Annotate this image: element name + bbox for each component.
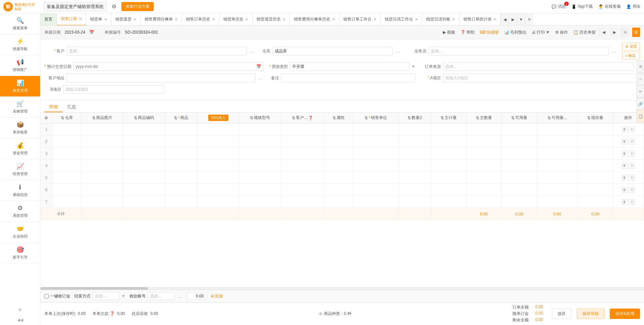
row-2-image[interactable] bbox=[81, 135, 123, 148]
form-next-btn[interactable]: ▶ bbox=[610, 28, 618, 37]
profit-preview-btn[interactable]: 📊 毛利预估 bbox=[503, 29, 528, 36]
salesperson-input[interactable]: 选择... bbox=[428, 47, 609, 55]
sidebar-item-quicknav[interactable]: ⚡ 快捷导航 bbox=[0, 34, 40, 55]
row-1-spec[interactable] bbox=[239, 123, 281, 135]
th-image[interactable]: ⇅商品图片 bbox=[81, 113, 123, 123]
shortcut-btn[interactable]: ⌨ 快捷键 bbox=[479, 29, 500, 36]
app-download-btn[interactable]: 📱 App下载 bbox=[571, 4, 593, 9]
save-new-btn[interactable]: 保存&新增 bbox=[610, 309, 640, 319]
form-grid-btn[interactable]: ≡ bbox=[621, 28, 629, 37]
row-1-code[interactable] bbox=[123, 123, 165, 135]
th-code[interactable]: ⇅商品编码 bbox=[123, 113, 165, 123]
sidebar-item-system[interactable]: ⚙ 系统管理 bbox=[0, 201, 40, 222]
row-2-scan[interactable] bbox=[197, 135, 239, 148]
th-product[interactable]: ⇅*商品 bbox=[165, 113, 197, 123]
online-support-btn[interactable]: 👨‍💼 在线客服 bbox=[598, 4, 621, 9]
th-stock[interactable]: ⇅现存量 bbox=[577, 113, 613, 123]
tab-more-btn[interactable]: ▼ bbox=[517, 13, 525, 26]
scrollbar-track[interactable] bbox=[40, 287, 644, 290]
tab-sales-expense[interactable]: 销售费用分摊单 ✕ bbox=[141, 13, 182, 26]
sidebar-item-finance[interactable]: 💰 资金管理 bbox=[0, 138, 40, 159]
tab-sales-invoice[interactable]: 销货单 ✕ bbox=[86, 13, 111, 26]
row-2-available2[interactable] bbox=[537, 135, 577, 148]
row-1-customer-code[interactable] bbox=[281, 123, 324, 135]
th-qty2[interactable]: ⇅数量2 bbox=[399, 113, 431, 123]
row-2-unit[interactable] bbox=[353, 135, 399, 148]
row-2-available[interactable] bbox=[501, 135, 537, 148]
row-2-warehouse[interactable] bbox=[52, 135, 81, 148]
one-click-checkbox[interactable] bbox=[44, 294, 49, 298]
notification-area[interactable]: 💬 消息 9 bbox=[552, 4, 566, 9]
tab-daily-reconcile[interactable]: 钱货日清对账 ✕ bbox=[422, 13, 459, 26]
row-1-available[interactable] bbox=[501, 123, 537, 135]
detail-tab-detail[interactable]: 明细 bbox=[44, 102, 63, 112]
row-1-image[interactable] bbox=[81, 123, 123, 135]
discard-btn[interactable]: 放弃 bbox=[552, 309, 571, 319]
row-2-main-qty[interactable] bbox=[466, 135, 501, 148]
notes-input[interactable] bbox=[281, 74, 415, 82]
th-customer-code[interactable]: ⇅客户...❓ bbox=[281, 113, 324, 123]
row-1-available2[interactable] bbox=[537, 123, 577, 135]
sidebar-item-sales[interactable]: 📊 销售管理 bbox=[0, 76, 40, 97]
scrollbar-thumb[interactable] bbox=[40, 287, 148, 290]
row-1-attrs[interactable] bbox=[324, 123, 353, 135]
th-settings[interactable]: ⚙ bbox=[40, 113, 52, 123]
delivery-date-icon[interactable]: 📅 bbox=[254, 64, 263, 69]
delivery-date-input[interactable] bbox=[74, 63, 254, 70]
form-settings-btn[interactable]: ⚙ 设置 bbox=[622, 43, 640, 50]
view-btn[interactable]: ▶ 视频 bbox=[442, 29, 456, 36]
row-2-copy-btn[interactable]: ⊡ bbox=[629, 138, 635, 145]
th-available2[interactable]: ⇅可用量... bbox=[537, 113, 577, 123]
form-prev-btn[interactable]: ◀ bbox=[600, 28, 608, 37]
add-payment-btn[interactable]: ⊕ 添加 bbox=[211, 293, 223, 299]
sidebar-item-inventory[interactable]: 📦 库存核算 bbox=[0, 118, 40, 138]
close-return-history-tab[interactable]: ✕ bbox=[283, 17, 286, 21]
tab-order-workbench[interactable]: 销售订单工作台 ✕ bbox=[339, 13, 381, 26]
rqb-2[interactable]: ☆ bbox=[637, 73, 644, 85]
calendar-icon[interactable]: 📅 bbox=[89, 30, 94, 35]
tab-sales-invoice-history[interactable]: 销货单历史 ✕ bbox=[219, 13, 253, 26]
row-1-product[interactable] bbox=[165, 123, 197, 135]
save-draft-btn[interactable]: 保存草稿 bbox=[577, 309, 604, 319]
th-spec[interactable]: ⇅规格型号 bbox=[239, 113, 281, 123]
row-5-delete-btn[interactable]: 🗑 bbox=[621, 175, 628, 181]
order-source-input[interactable]: 选择... bbox=[443, 62, 634, 71]
a-project-input[interactable] bbox=[443, 74, 640, 82]
form-expand-btn[interactable]: ⊞ bbox=[632, 28, 640, 37]
row-2-spec[interactable] bbox=[239, 135, 281, 148]
tab-sales-order-history[interactable]: 销售订单历史 ✕ bbox=[182, 13, 219, 26]
customer-dots-btn[interactable]: … bbox=[249, 48, 255, 54]
tab-sales-stats[interactable]: 销售订单统计表 ✕ bbox=[459, 13, 501, 26]
sidebar-item-operations[interactable]: 📈 经营管理 bbox=[0, 159, 40, 180]
row-1-main-qty[interactable] bbox=[466, 123, 501, 135]
operations-btn[interactable]: ⚙ 操作 bbox=[554, 29, 569, 36]
sidebar-item-base[interactable]: ℹ 基础信息 bbox=[0, 180, 40, 201]
tab-prev-btn[interactable]: ◀ bbox=[501, 13, 509, 26]
row-4-copy-btn[interactable]: ⊡ bbox=[629, 163, 635, 169]
salesperson-dots-btn[interactable]: … bbox=[611, 48, 617, 54]
rqb-3[interactable]: ✏ bbox=[637, 85, 644, 97]
th-available[interactable]: ⇅可用量 bbox=[501, 113, 537, 123]
row-1-stock[interactable] bbox=[577, 123, 613, 135]
delivery-date-input-wrap[interactable]: 📅 bbox=[73, 62, 264, 71]
row-1-qty2[interactable] bbox=[399, 123, 431, 135]
tab-close-all-btn[interactable]: ✕ bbox=[525, 13, 533, 26]
scan-btn[interactable]: 扫码录入 bbox=[208, 115, 228, 121]
close-sales-expense-tab[interactable]: ✕ bbox=[175, 17, 178, 21]
close-sales-order-history-tab[interactable]: ✕ bbox=[212, 17, 215, 21]
row-5-copy-btn[interactable]: ⊡ bbox=[629, 175, 635, 181]
rqb-4[interactable]: 🔗 bbox=[637, 98, 644, 110]
close-sales-invoice-tab[interactable]: ✕ bbox=[104, 17, 107, 21]
sidebar-collapse-btn[interactable]: ◀◀ bbox=[0, 315, 40, 325]
sidebar-item-search[interactable]: 🔍 搜索菜单 bbox=[0, 13, 40, 34]
sidebar-item-marketing[interactable]: 📢 营销推广 bbox=[0, 55, 40, 76]
row-2-product[interactable] bbox=[165, 135, 197, 148]
sidebar-item-newbie[interactable]: 🎯 新手引导 bbox=[0, 243, 40, 263]
sidebar-item-purchase[interactable]: 🛒 采购管理 bbox=[0, 97, 40, 118]
close-sales-invoice-history-tab[interactable]: ✕ bbox=[245, 17, 248, 21]
detail-tab-summary[interactable]: 汇总 bbox=[63, 102, 81, 112]
row-4-delete-btn[interactable]: 🗑 bbox=[621, 163, 628, 169]
history-btn[interactable]: 📋 历史单据 bbox=[572, 29, 597, 36]
row-2-code[interactable] bbox=[123, 135, 165, 148]
customer-input[interactable]: 选择... bbox=[67, 47, 247, 55]
